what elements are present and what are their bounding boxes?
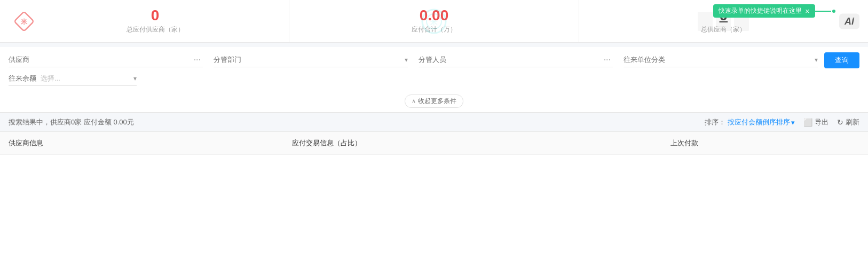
export-btn[interactable]: ⬜ 导出 [803,117,828,127]
payable-suppliers-label: 总应付供应商（家） [127,25,184,34]
export-label: 导出 [815,117,828,127]
balance-filter: 往来余额 选择... ▾ [9,74,137,86]
sort-control: 排序： 按应付会额倒序排序 ▾ [705,117,795,127]
unit-filter: 往来单位分类 ▾ [624,55,818,67]
stat-total-suppliers: 快速录单的快捷键说明在这里 × 0 总供应商（家） Ai [579,0,868,42]
person-dots-btn[interactable]: ··· [602,55,613,65]
top-stats-bar: 米 0 总应付供应商（家） 米 0.00 应付合计（万） 快速录单的快捷键说明在… [0,0,868,43]
dept-input[interactable] [246,56,405,64]
unit-arrow-icon[interactable]: ▾ [815,56,818,64]
dept-arrow-icon[interactable]: ▾ [405,56,408,64]
collapse-btn[interactable]: ∧ 收起更多条件 [405,95,463,108]
filter-row-2: 往来余额 选择... ▾ [9,74,859,86]
filter-row-1: 供应商 ··· 分管部门 ▾ 分管人员 ··· 往来单位分类 ▾ 查询 [9,53,859,68]
table-body [0,155,868,275]
sort-arrow-icon: ▾ [791,119,795,127]
sort-label: 排序： [705,117,725,127]
supplier-dots-btn[interactable]: ··· [192,55,203,65]
results-summary: 搜索结果中，供应商0家 应付金额 0.00元 [9,117,134,127]
filter-section: 供应商 ··· 分管部门 ▾ 分管人员 ··· 往来单位分类 ▾ 查询 往来余额 [0,47,868,113]
dept-filter: 分管部门 ▾ [214,55,408,67]
refresh-label: 刷新 [846,117,859,127]
person-label: 分管人员 [419,55,446,65]
coin-icon: 米 [420,7,448,35]
results-bar: 搜索结果中，供应商0家 应付金额 0.00元 排序： 按应付会额倒序排序 ▾ ⬜… [0,113,868,132]
collapse-bar[interactable]: ∧ 收起更多条件 [9,91,859,112]
col-transaction-header: 应付交易信息（占比） [292,138,670,148]
unit-input[interactable] [669,56,815,64]
sort-value-text: 按应付会额倒序排序 [728,117,790,127]
balance-arrow-icon[interactable]: ▾ [133,75,137,82]
svg-text:米: 米 [20,18,28,26]
supplier-label: 供应商 [9,55,29,65]
table-section: 供应商信息 应付交易信息（占比） 上次付款 [0,132,868,275]
collapse-arrow-icon: ∧ [412,98,416,105]
export-icon: ⬜ [803,118,812,127]
balance-placeholder: 选择... [41,74,133,83]
stat-payable-total: 米 0.00 应付合计（万） [289,0,579,42]
balance-label: 往来余额 [9,74,36,83]
query-button[interactable]: 查询 [824,52,859,68]
refresh-btn[interactable]: ↻ 刷新 [837,117,859,127]
person-input[interactable] [451,56,602,64]
unit-label: 往来单位分类 [624,55,665,65]
results-actions: 排序： 按应付会额倒序排序 ▾ ⬜ 导出 ↻ 刷新 [705,117,859,127]
svg-text:米: 米 [430,18,438,26]
col-supplier-header: 供应商信息 [9,138,292,148]
diamond-logo-icon: 米 [11,8,37,35]
tooltip-text: 快速录单的快捷键说明在这里 [719,6,802,15]
supplier-filter: 供应商 ··· [9,55,203,67]
supplier-input[interactable] [34,56,192,64]
dept-label: 分管部门 [214,55,241,65]
stat-payable-suppliers: 米 0 总应付供应商（家） [0,0,289,42]
tooltip-dot [831,9,836,14]
payable-suppliers-number: 0 [151,8,160,23]
sort-value-btn[interactable]: 按应付会额倒序排序 ▾ [728,117,795,127]
table-header: 供应商信息 应付交易信息（占比） 上次付款 [0,132,868,155]
collapse-label: 收起更多条件 [418,97,456,106]
ai-badge[interactable]: Ai [839,13,859,29]
person-filter: 分管人员 ··· [419,55,613,67]
col-payment-header: 上次付款 [670,138,859,148]
refresh-icon: ↻ [837,118,843,127]
quick-entry-tooltip[interactable]: 快速录单的快捷键说明在这里 × [713,4,815,18]
tooltip-close-btn[interactable]: × [805,7,809,15]
